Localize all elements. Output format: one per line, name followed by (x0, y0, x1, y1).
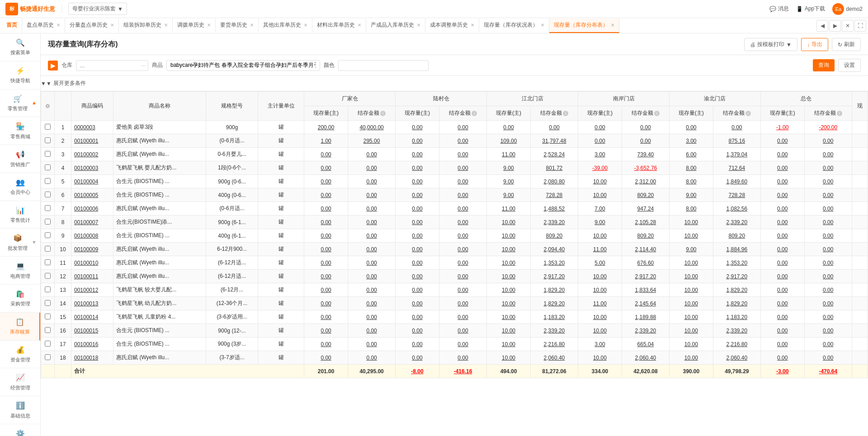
cell-na-amt[interactable]: 739.40 (622, 148, 669, 161)
cell-na-amt[interactable]: -3,652.76 (622, 161, 669, 175)
gear-icon[interactable]: ⚙ (45, 103, 50, 109)
sidebar-item-member[interactable]: 👥 会员中心 (0, 173, 40, 201)
row-checkbox[interactable] (45, 327, 51, 333)
cell-lc-qty[interactable]: 0.00 (396, 121, 439, 134)
cell-cj-qty[interactable]: 0.00 (304, 256, 348, 270)
cell-zc-amt[interactable]: 0.00 (804, 202, 852, 216)
cell-yb-amt[interactable]: 2,917.20 (713, 270, 760, 283)
cell-yb-amt[interactable]: 1,183.20 (713, 310, 760, 324)
cell-yb-amt[interactable]: 2,339.20 (713, 216, 760, 229)
cell-cj-qty[interactable]: 200.00 (304, 121, 348, 134)
cell-cj-amt[interactable]: 0.00 (348, 216, 395, 229)
tab-close-btn[interactable]: ✕ (842, 20, 854, 32)
cell-yb-amt[interactable]: 2,216.80 (713, 338, 760, 351)
cell-yb-amt[interactable]: 728.28 (713, 188, 760, 202)
cell-yb-amt[interactable]: 0.00 (713, 121, 760, 134)
cell-zc-amt[interactable]: 0.00 (804, 175, 852, 188)
cell-cj-qty[interactable]: 0.00 (304, 202, 348, 216)
tab-expand-btn[interactable]: ⛶ (854, 20, 866, 32)
cell-code[interactable]: 00100009 (71, 243, 113, 256)
cell-yb-qty[interactable]: 8.00 (669, 202, 713, 216)
row-checkbox[interactable] (45, 164, 51, 170)
cell-jb-qty[interactable]: 11.00 (487, 148, 531, 161)
cell-na-amt[interactable]: 2,060.40 (622, 351, 669, 365)
product-input[interactable] (166, 60, 320, 71)
cell-jb-amt[interactable]: 2,339.20 (530, 324, 578, 338)
cell-select[interactable] (41, 243, 55, 256)
cell-zc-qty[interactable]: 0.00 (760, 229, 804, 243)
cell-na-amt[interactable]: 2,917.20 (622, 270, 669, 283)
cell-cj-amt[interactable]: 0.00 (348, 243, 395, 256)
cell-select[interactable] (41, 338, 55, 351)
cell-cj-qty[interactable]: 0.00 (304, 175, 348, 188)
cell-na-qty[interactable]: 11.00 (578, 297, 622, 310)
cell-jb-amt[interactable]: 1,353.20 (530, 256, 578, 270)
cell-jb-qty[interactable]: 10.00 (487, 243, 531, 256)
cell-na-qty[interactable]: 10.00 (578, 324, 622, 338)
info-icon[interactable]: i (472, 111, 477, 116)
cell-jb-amt[interactable]: 2,528.24 (530, 148, 578, 161)
row-checkbox[interactable] (45, 300, 51, 306)
sidebar-item-operations[interactable]: 📈 经营管理 (0, 368, 40, 396)
cell-yb-qty[interactable]: 0.00 (669, 121, 713, 134)
export-btn[interactable]: ↓ 导出 (801, 38, 828, 51)
cell-na-amt[interactable]: 1,833.64 (622, 283, 669, 297)
sidebar-item-inventory[interactable]: 📋 库存核算 (0, 313, 40, 341)
cell-yb-qty[interactable]: 10.00 (669, 297, 713, 310)
cell-lc-qty[interactable]: 0.00 (396, 161, 439, 175)
cell-yb-amt[interactable]: 809.20 (713, 229, 760, 243)
cell-code[interactable]: 00100018 (71, 351, 113, 365)
sidebar-item-shortcut[interactable]: ⚡ 快捷导航 (0, 61, 40, 89)
app-download-btn[interactable]: 📱 App下载 (796, 5, 825, 13)
cell-na-amt[interactable]: 809.20 (622, 229, 669, 243)
cell-na-qty[interactable]: 7.00 (578, 202, 622, 216)
cell-na-qty[interactable]: 10.00 (578, 351, 622, 365)
cell-yb-amt[interactable]: 1,353.20 (713, 256, 760, 270)
cell-cj-qty[interactable]: 0.00 (304, 188, 348, 202)
cell-select[interactable] (41, 270, 55, 283)
close-icon[interactable]: ✕ (471, 23, 474, 28)
filter-toggle-btn[interactable]: ▶ (48, 61, 58, 70)
row-checkbox[interactable] (45, 259, 51, 265)
cell-lc-qty[interactable]: 0.00 (396, 148, 439, 161)
cell-zc-amt[interactable]: 0.00 (804, 324, 852, 338)
cell-zc-qty[interactable]: 0.00 (760, 338, 804, 351)
cell-na-amt[interactable]: 1,189.88 (622, 310, 669, 324)
cell-select[interactable] (41, 148, 55, 161)
row-checkbox[interactable] (45, 151, 51, 157)
cell-jb-amt[interactable]: 1,488.52 (530, 202, 578, 216)
tab-pandian[interactable]: 盘点单历史 ✕ (22, 19, 65, 33)
cell-zc-amt[interactable]: 0.00 (804, 161, 852, 175)
cell-lc-amt[interactable]: 0.00 (439, 270, 486, 283)
cell-code[interactable]: 00100010 (71, 256, 113, 270)
sidebar-item-ecommerce[interactable]: 💻 电商管理 (0, 257, 40, 285)
cell-select[interactable] (41, 256, 55, 270)
color-input[interactable] (338, 60, 429, 71)
close-icon[interactable]: ✕ (304, 23, 307, 28)
cell-cj-amt[interactable]: 0.00 (348, 310, 395, 324)
cell-cj-amt[interactable]: 0.00 (348, 148, 395, 161)
cell-code[interactable]: 00100001 (71, 134, 113, 148)
cell-cj-qty[interactable]: 0.00 (304, 338, 348, 351)
cell-cj-amt[interactable]: 40,000.00 (348, 121, 395, 134)
cell-lc-amt[interactable]: 0.00 (439, 243, 486, 256)
cell-zc-qty[interactable]: 0.00 (760, 161, 804, 175)
cell-jb-qty[interactable]: 10.00 (487, 229, 531, 243)
cell-lc-qty[interactable]: 0.00 (396, 134, 439, 148)
cell-na-amt[interactable]: 2,312.00 (622, 175, 669, 188)
cell-lc-amt[interactable]: 0.00 (439, 202, 486, 216)
cell-na-qty[interactable]: 10.00 (578, 175, 622, 188)
sidebar-item-search[interactable]: 🔍 搜索英单 (0, 33, 40, 61)
row-checkbox[interactable] (45, 341, 51, 347)
cell-cj-amt[interactable]: 0.00 (348, 256, 395, 270)
cell-yb-qty[interactable]: 10.00 (669, 351, 713, 365)
tab-xiancun-dist[interactable]: 现存量（库存分布表） ✕ (549, 19, 619, 33)
cell-cj-amt[interactable]: 0.00 (348, 161, 395, 175)
cell-code[interactable]: 00100014 (71, 310, 113, 324)
cell-lc-amt[interactable]: 0.00 (439, 351, 486, 365)
cell-code[interactable]: 00100003 (71, 161, 113, 175)
cell-lc-qty[interactable]: 0.00 (396, 256, 439, 270)
cell-na-qty[interactable]: 0.00 (578, 121, 622, 134)
cell-yb-qty[interactable]: 10.00 (669, 216, 713, 229)
info-icon[interactable]: i (563, 111, 568, 116)
